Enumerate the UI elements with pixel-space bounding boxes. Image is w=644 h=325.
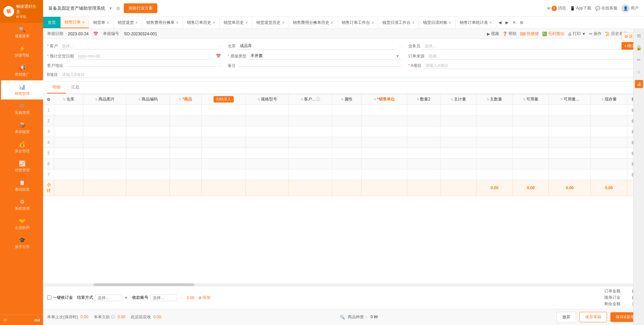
cell-product-name[interactable] (169, 148, 201, 159)
tab-close-sales-return[interactable]: ✕ (107, 21, 109, 25)
cell-main-unit[interactable] (440, 105, 477, 116)
cell-quantity2[interactable] (407, 137, 440, 148)
discard-button[interactable]: 放弃 (557, 312, 576, 322)
cell-product-name[interactable] (169, 159, 201, 169)
right-panel-lock-icon[interactable]: 🔒 (635, 44, 643, 52)
tab-fee-split[interactable]: 销售费用分摊单 ✕ (142, 17, 183, 28)
cell-main-unit[interactable] (440, 137, 477, 148)
cell-sales-unit[interactable] (361, 169, 407, 180)
cell-sales-unit[interactable] (361, 105, 407, 116)
cell-available-more[interactable] (549, 169, 591, 180)
cell-current-stock[interactable] (591, 159, 627, 169)
cell-spec[interactable] (246, 169, 289, 180)
cell-spec[interactable] (246, 105, 289, 116)
form-tab-summary[interactable]: 汇总 (66, 82, 85, 93)
cell-product-name[interactable] (169, 116, 201, 126)
cell-available-qty[interactable] (513, 105, 549, 116)
tab-fee-history[interactable]: 销售费用分摊单历史 ✕ (289, 17, 338, 28)
user-area[interactable]: 👤 用户 (621, 4, 639, 12)
sidebar-item-system[interactable]: ⚙ 系统管理 (0, 195, 43, 214)
cell-attributes[interactable] (332, 126, 361, 137)
cell-available-more[interactable] (549, 105, 591, 116)
shortcut-btn[interactable]: ⌨ 快捷键 (520, 31, 539, 37)
cell-available-qty[interactable] (513, 159, 549, 169)
cell-current-stock[interactable] (591, 126, 627, 137)
tab-close-cash-workbench[interactable]: ✕ (412, 21, 415, 25)
cell-spec[interactable] (246, 159, 289, 169)
tab-close-return-history[interactable]: ✕ (245, 21, 248, 25)
account-more-icon[interactable]: ··· (179, 295, 183, 300)
cell-available-qty[interactable] (513, 148, 549, 159)
sidebar-settings-icon[interactable]: ⚙ (3, 318, 7, 322)
cell-current-stock[interactable] (591, 137, 627, 148)
tab-close-order-history[interactable]: ✕ (213, 21, 215, 25)
calendar-icon[interactable]: 📅 (93, 32, 98, 36)
tab-menu-btn[interactable]: ✕ (510, 17, 518, 28)
right-panel-edit-icon[interactable]: ✏ (635, 56, 643, 64)
cell-available-qty[interactable] (513, 169, 549, 180)
cell-warehouse[interactable] (54, 105, 83, 116)
cell-attributes[interactable] (332, 148, 361, 159)
cell-sales-unit[interactable] (361, 137, 407, 148)
cell-main-quantity[interactable] (477, 159, 513, 169)
sidebar-item-sales[interactable]: 📊 销售管理 (0, 80, 43, 99)
cell-quantity2[interactable] (407, 116, 440, 126)
cell-product-name[interactable] (169, 169, 201, 180)
add-payment-btn[interactable]: ⊕ 添加 (198, 295, 211, 300)
sidebar-item-finance[interactable]: 💰 资金管理 (0, 138, 43, 157)
cell-product-code[interactable] (126, 116, 169, 126)
cell-spec[interactable] (246, 137, 289, 148)
cell-customer-code[interactable] (289, 126, 332, 137)
tab-close-refund-history[interactable]: ✕ (282, 21, 285, 25)
form-tab-detail[interactable]: 明细 (47, 82, 66, 93)
cell-quantity2[interactable] (407, 169, 440, 180)
cell-spec[interactable] (246, 116, 289, 126)
help-btn[interactable]: ❓ 帮助 (502, 31, 517, 37)
cell-available-qty[interactable] (513, 116, 549, 126)
scroll-indicator[interactable] (43, 283, 644, 286)
cell-attributes[interactable] (332, 169, 361, 180)
scroll-thumb[interactable] (93, 283, 194, 286)
cell-main-quantity[interactable] (477, 105, 513, 116)
account-input[interactable] (150, 294, 177, 301)
tab-sales-order-history[interactable]: 销售订单历史 ✕ (183, 17, 220, 28)
cell-customer-code[interactable] (289, 137, 332, 148)
cell-customer-code[interactable] (289, 105, 332, 116)
order-source-input[interactable] (426, 53, 635, 59)
cell-warehouse[interactable] (54, 116, 83, 126)
cell-product-image[interactable] (83, 148, 126, 159)
cell-main-unit[interactable] (440, 148, 477, 159)
scan-button[interactable]: 扫码录入 (214, 96, 234, 103)
cell-current-stock[interactable] (591, 116, 627, 126)
cell-spec[interactable] (246, 126, 289, 137)
cell-product-name[interactable] (169, 105, 201, 116)
cell-attributes[interactable] (332, 159, 361, 169)
cell-main-quantity[interactable] (477, 148, 513, 159)
tab-order-workbench[interactable]: 销售订单工作台 ✕ (338, 17, 378, 28)
cell-warehouse[interactable] (54, 137, 83, 148)
tab-expand-btn[interactable]: ⊞ (518, 17, 525, 28)
right-panel-print-icon[interactable]: 🖨 (635, 80, 643, 88)
address-more-icon[interactable]: ··· (218, 64, 221, 68)
cell-product-image[interactable] (83, 137, 126, 148)
tab-next-btn[interactable]: ▶ (503, 17, 510, 28)
th-gear[interactable]: ⚙ (43, 94, 54, 105)
cell-product-image[interactable] (83, 126, 126, 137)
sidebar-item-quick-nav[interactable]: ⚡ 快捷导航 (0, 42, 43, 61)
customer-input[interactable] (60, 43, 216, 49)
cell-attributes[interactable] (332, 137, 361, 148)
cell-available-more[interactable] (549, 126, 591, 137)
industry-plan-button[interactable]: 体验行业方案 (124, 3, 157, 13)
cell-quantity2[interactable] (407, 105, 440, 116)
calendar-small-icon[interactable]: 📅 (216, 54, 221, 58)
sidebar-item-base-info[interactable]: 📋 基础信息 (0, 176, 43, 195)
tab-close-fee-split[interactable]: ✕ (176, 21, 179, 25)
invoice-dropdown-icon[interactable]: ▼ (395, 54, 400, 58)
tab-close-sales-refund[interactable]: ✕ (135, 21, 138, 25)
cell-main-unit[interactable] (440, 126, 477, 137)
cell-quantity2[interactable] (407, 159, 440, 169)
tab-sales-return[interactable]: 销货单 ✕ (89, 17, 114, 28)
one-click-checkbox[interactable] (47, 295, 51, 300)
settings-icon[interactable]: ⚙ (116, 6, 120, 11)
tab-close-sales-stats[interactable]: ✕ (489, 21, 492, 25)
